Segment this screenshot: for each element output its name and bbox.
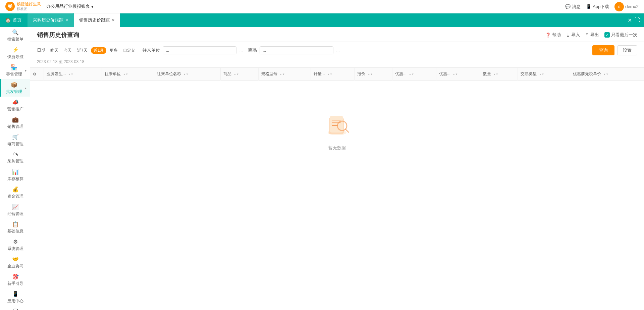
th-discount2[interactable]: 优惠... ▲▼ bbox=[436, 68, 480, 81]
sidebar-item-finance[interactable]: 💰 资金管理 bbox=[0, 184, 30, 201]
download-icon: 📱 bbox=[586, 4, 591, 9]
home-icon: 🏠 bbox=[5, 18, 11, 23]
logo-area: 畅 畅捷通好生意 标准版 bbox=[5, 2, 41, 11]
sidebar-item-operations[interactable]: 📈 经营管理 bbox=[0, 201, 30, 219]
wholesale-icon: 📦 bbox=[11, 82, 17, 88]
sidebar-wholesale-inner: 📦 批发管理 bbox=[4, 82, 24, 95]
help-action[interactable]: ❓ 帮助 bbox=[545, 32, 561, 38]
th-partner-id[interactable]: 往来单位 ▲▼ bbox=[102, 68, 154, 81]
help-icon: ❓ bbox=[545, 33, 551, 38]
sidebar-item-shortcut[interactable]: ⚡ 快捷导航 bbox=[0, 44, 30, 62]
sidebar-item-wechat[interactable]: 💬 企业微信 bbox=[0, 306, 30, 310]
th-biz-date[interactable]: 业务发生... ▲▼ bbox=[44, 68, 102, 81]
import-icon: ⤓ bbox=[566, 33, 570, 38]
tab-sales-close[interactable]: ✕ bbox=[112, 18, 115, 22]
wechat-icon: 💬 bbox=[12, 308, 19, 310]
main-layout: 🔍 搜索菜单 ⚡ 快捷导航 🏪 零售管理 ▾ 📦 批发管理 ▴ 📣 营销推广 bbox=[0, 27, 644, 310]
date-option-custom[interactable]: 自定义 bbox=[121, 47, 137, 54]
data-table: ⚙ 业务发生... ▲▼ 往来单位 ▲▼ 往来单位名称 ▲▼ bbox=[30, 68, 644, 81]
message-action[interactable]: 💬 消息 bbox=[565, 4, 581, 10]
page-header: 销售历史价查询 ❓ 帮助 ⤓ 导入 ⤒ 导出 ✓ 只看最后一次 bbox=[30, 27, 644, 42]
sidebar-item-ecommerce[interactable]: 🛒 电商管理 bbox=[0, 132, 30, 149]
app-download-label: App下载 bbox=[593, 4, 609, 10]
message-label: 消息 bbox=[572, 4, 581, 10]
sidebar-retail-inner: 🏪 零售管理 bbox=[4, 64, 24, 77]
date-option-1month[interactable]: 近1月 bbox=[91, 47, 107, 54]
import-action[interactable]: ⤓ 导入 bbox=[566, 32, 580, 38]
tab-sales-history[interactable]: 销售历史价跟踪 ✕ bbox=[74, 13, 120, 27]
date-filter-group: 日期 昨天 今天 近7天 近1月 更多 自定义 bbox=[37, 47, 137, 54]
sort-partner-name-icon: ▲▼ bbox=[183, 73, 189, 76]
goods-input[interactable] bbox=[260, 46, 333, 54]
th-quote[interactable]: 报价 ▲▼ bbox=[355, 68, 392, 81]
sort-quote-icon: ▲▼ bbox=[368, 73, 373, 76]
th-partner-name-label: 往来单位名称 bbox=[157, 71, 181, 76]
app-center-icon: 📱 bbox=[12, 291, 19, 297]
th-settings[interactable]: ⚙ bbox=[30, 68, 44, 81]
workspace-label: 办公用品行业模拟账套 bbox=[46, 3, 90, 9]
sidebar-item-basic[interactable]: 📋 基础信息 bbox=[0, 219, 30, 236]
th-unit[interactable]: 计量... ▲▼ bbox=[311, 68, 355, 81]
enterprise-icon: 🤝 bbox=[12, 256, 19, 262]
import-label: 导入 bbox=[571, 32, 580, 38]
table-header-row: ⚙ 业务发生... ▲▼ 往来单位 ▲▼ 往来单位名称 ▲▼ bbox=[30, 68, 644, 81]
only-last-checkbox[interactable]: ✓ bbox=[604, 32, 610, 38]
message-icon: 💬 bbox=[565, 4, 571, 9]
sidebar-item-inventory[interactable]: 📊 库存核算 bbox=[0, 166, 30, 184]
th-discount1[interactable]: 优惠... ▲▼ bbox=[392, 68, 436, 81]
finance-icon: 💰 bbox=[12, 186, 19, 193]
th-partner-name[interactable]: 往来单位名称 ▲▼ bbox=[154, 68, 221, 81]
th-spec[interactable]: 规格型号 ▲▼ bbox=[259, 68, 311, 81]
sidebar-item-retail[interactable]: 🏪 零售管理 ▾ bbox=[0, 62, 30, 79]
sidebar-finance-label: 资金管理 bbox=[7, 194, 23, 199]
sidebar-item-guide[interactable]: 🎯 新手引导 bbox=[0, 271, 30, 289]
tab-home[interactable]: 🏠 首页 bbox=[0, 13, 27, 27]
date-option-7days[interactable]: 近7天 bbox=[75, 47, 90, 54]
avatar: d bbox=[614, 2, 624, 11]
operations-icon: 📈 bbox=[12, 204, 19, 210]
sidebar-item-marketing[interactable]: 📣 营销推广 bbox=[0, 97, 30, 114]
partner-input[interactable] bbox=[163, 46, 236, 54]
retail-icon: 🏪 bbox=[11, 64, 17, 70]
date-option-yesterday[interactable]: 昨天 bbox=[48, 47, 60, 54]
content-area: 销售历史价查询 ❓ 帮助 ⤓ 导入 ⤒ 导出 ✓ 只看最后一次 bbox=[30, 27, 644, 310]
workspace-selector[interactable]: 办公用品行业模拟账套 ▾ bbox=[44, 2, 96, 11]
tab-purchase-close[interactable]: ✕ bbox=[65, 18, 68, 22]
guide-icon: 🎯 bbox=[12, 273, 19, 280]
sidebar-enterprise-label: 企业协同 bbox=[7, 263, 23, 269]
sidebar-item-system[interactable]: ⚙ 系统管理 bbox=[0, 236, 30, 254]
maximize-icon[interactable]: ⛶ bbox=[635, 17, 640, 23]
marketing-icon: 📣 bbox=[12, 99, 19, 105]
sidebar-item-search[interactable]: 🔍 搜索菜单 bbox=[0, 27, 30, 44]
basic-icon: 📋 bbox=[12, 221, 19, 227]
sidebar-item-purchase[interactable]: 🛍 采购管理 bbox=[0, 149, 30, 166]
th-qty[interactable]: 数量 ▲▼ bbox=[480, 68, 518, 81]
tab-purchase-history[interactable]: 采购历史价跟踪 ✕ bbox=[28, 13, 74, 27]
close-tab-icon[interactable]: ✕ bbox=[628, 17, 632, 23]
sidebar-item-sales[interactable]: 💼 销售管理 bbox=[0, 114, 30, 132]
sidebar-operations-label: 经营管理 bbox=[7, 211, 23, 217]
date-option-more[interactable]: 更多 bbox=[108, 47, 120, 54]
th-goods[interactable]: 商品 ▲▼ bbox=[221, 68, 259, 81]
th-trade-type[interactable]: 交易类型 ▲▼ bbox=[518, 68, 570, 81]
user-action[interactable]: d demo2 bbox=[614, 2, 639, 11]
settings-button[interactable]: 设置 bbox=[617, 45, 637, 55]
th-discount1-label: 优惠... bbox=[395, 71, 407, 76]
sidebar-item-enterprise[interactable]: 🤝 企业协同 bbox=[0, 254, 30, 271]
export-action[interactable]: ⤒ 导出 bbox=[585, 32, 599, 38]
partner-dots: ... bbox=[239, 48, 243, 53]
sidebar-purchase-label: 采购管理 bbox=[7, 158, 23, 164]
sidebar-wholesale-label: 批发管理 bbox=[6, 89, 22, 95]
sidebar-shortcut-label: 快捷导航 bbox=[7, 54, 23, 60]
only-last-action[interactable]: ✓ 只看最后一次 bbox=[604, 32, 637, 38]
th-pretax-price[interactable]: 优惠前无税单价 ▲▼ bbox=[570, 68, 644, 81]
sidebar: 🔍 搜索菜单 ⚡ 快捷导航 🏪 零售管理 ▾ 📦 批发管理 ▴ 📣 营销推广 bbox=[0, 27, 30, 310]
logo-icon: 畅 bbox=[5, 2, 15, 11]
date-option-today[interactable]: 今天 bbox=[62, 47, 74, 54]
partner-filter-label: 往来单位 bbox=[143, 47, 160, 53]
app-download-action[interactable]: 📱 App下载 bbox=[586, 4, 609, 10]
sidebar-item-wholesale[interactable]: 📦 批发管理 ▴ bbox=[0, 79, 30, 97]
sidebar-item-app-center[interactable]: 📱 应用中心 bbox=[0, 289, 30, 306]
sort-goods-icon: ▲▼ bbox=[234, 73, 239, 76]
query-button[interactable]: 查询 bbox=[592, 45, 614, 55]
